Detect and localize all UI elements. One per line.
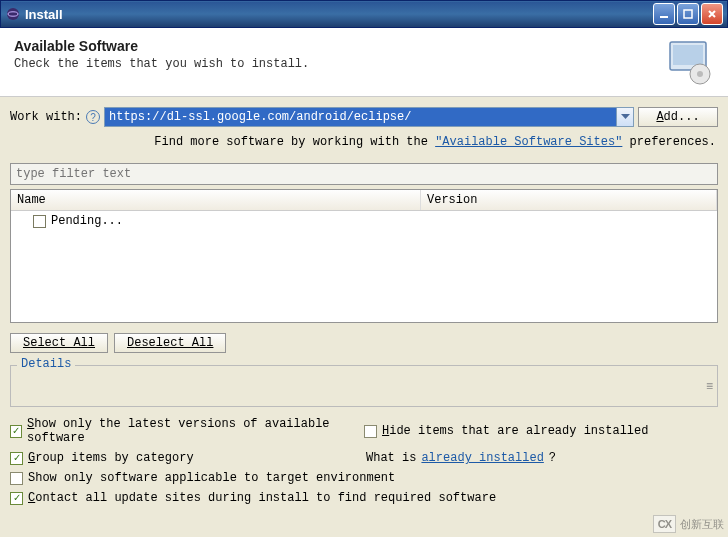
hint-text: Find more software by working with the "… — [10, 131, 718, 163]
window-title: Install — [25, 7, 653, 22]
eclipse-icon — [5, 6, 21, 22]
help-icon[interactable]: ? — [86, 110, 100, 124]
maximize-button[interactable] — [677, 3, 699, 25]
minimize-button[interactable] — [653, 3, 675, 25]
page-subtitle: Check the items that you wish to install… — [14, 57, 658, 71]
checkbox-applicable[interactable]: ✓ — [10, 472, 23, 485]
add-button[interactable]: Add... — [638, 107, 718, 127]
work-with-combo[interactable] — [104, 107, 634, 127]
watermark: CX 创新互联 — [653, 515, 724, 533]
opt-contact-label: Contact all update sites during install … — [28, 491, 496, 505]
close-button[interactable] — [701, 3, 723, 25]
resize-grip-icon[interactable]: ≡ — [706, 379, 711, 393]
already-installed-link[interactable]: already installed — [421, 451, 543, 465]
row-label: Pending... — [51, 214, 123, 228]
dialog-header: Available Software Check the items that … — [0, 28, 728, 97]
opt-latest-label: Show only the latest versions of availab… — [27, 417, 364, 445]
checkbox-group[interactable]: ✓ — [10, 452, 23, 465]
work-with-input[interactable] — [104, 107, 616, 127]
row-checkbox[interactable] — [33, 215, 46, 228]
opt-group-label: Group items by category — [28, 451, 194, 465]
work-with-label: Work with: — [10, 110, 82, 124]
details-group: Details ≡ — [10, 365, 718, 407]
select-all-button[interactable]: Select All — [10, 333, 108, 353]
page-title: Available Software — [14, 38, 658, 54]
svg-point-0 — [7, 8, 19, 20]
svg-point-7 — [697, 71, 703, 77]
column-version[interactable]: Version — [421, 190, 717, 210]
chevron-down-icon[interactable] — [616, 107, 634, 127]
svg-rect-3 — [684, 10, 692, 18]
watermark-badge: CX — [653, 515, 676, 533]
checkbox-latest[interactable]: ✓ — [10, 425, 22, 438]
watermark-text: 创新互联 — [680, 517, 724, 532]
opt-hide-label: Hide items that are already installed — [382, 424, 648, 438]
svg-rect-2 — [660, 16, 668, 18]
details-legend: Details — [17, 357, 75, 371]
whatis-row: What is already installed? — [364, 451, 718, 465]
tree-row[interactable]: Pending... — [11, 213, 717, 229]
opt-applicable-label: Show only software applicable to target … — [28, 471, 395, 485]
column-name[interactable]: Name — [11, 190, 421, 210]
checkbox-contact[interactable]: ✓ — [10, 492, 23, 505]
svg-rect-5 — [673, 45, 703, 65]
titlebar: Install — [0, 0, 728, 28]
tree-header: Name Version — [11, 190, 717, 211]
checkbox-hide-installed[interactable]: ✓ — [364, 425, 377, 438]
filter-input[interactable] — [10, 163, 718, 185]
deselect-all-button[interactable]: Deselect All — [114, 333, 226, 353]
install-icon — [666, 38, 714, 86]
available-sites-link[interactable]: "Available Software Sites" — [435, 135, 622, 149]
software-tree[interactable]: Name Version Pending... — [10, 189, 718, 323]
